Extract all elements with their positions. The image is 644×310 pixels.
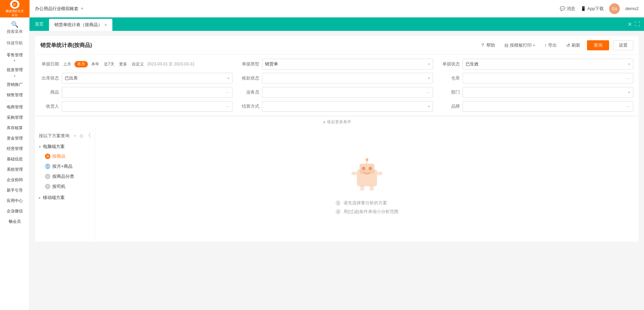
filter-out-status: 出库状态 已出库 ▾ <box>40 73 232 84</box>
scheme-item-label-3: 按商品分类 <box>52 173 74 179</box>
scheme-add-icon[interactable]: ＋ <box>73 133 77 139</box>
receipt-status-control[interactable]: ▾ <box>262 73 433 84</box>
logo-text: 畅捷通好生意 <box>6 9 24 13</box>
print-label: 按模板打印 <box>510 42 532 48</box>
payment-control[interactable]: ▾ <box>262 101 433 112</box>
print-btn[interactable]: ⊟ 按模板打印 ▾ <box>502 41 538 50</box>
sidebar-item-finance[interactable]: 资金管理 <box>0 133 29 143</box>
warehouse-control[interactable]: ··· <box>463 73 633 84</box>
quick-nav-btn[interactable]: 快捷导航 <box>0 38 29 48</box>
empty-icon <box>347 154 387 195</box>
doc-status-control[interactable]: 已生效 ▾ <box>463 59 633 69</box>
scheme-refresh-icon[interactable]: ⊙ <box>79 133 84 139</box>
recipient-label: 收货人 <box>40 103 59 109</box>
date-btn-this-year[interactable]: 本年 <box>90 61 101 67</box>
filter-receipt-status: 收款状态 ▾ <box>240 73 433 84</box>
sidebar-item-marketing[interactable]: 营销推广 <box>0 79 29 90</box>
divider2 <box>6 49 23 49</box>
goods-control[interactable]: ··· <box>62 87 232 98</box>
payment-arrow[interactable]: ▾ <box>428 104 430 109</box>
refresh-btn[interactable]: ↺ 刷新 <box>564 41 583 50</box>
print-icon: ⊟ <box>504 43 508 48</box>
scheme-collapse-icon[interactable]: 《 <box>86 132 91 139</box>
sales-person-dots[interactable]: ··· <box>426 90 430 95</box>
help-btn[interactable]: ？ 帮助 <box>478 41 498 50</box>
user-avatar[interactable]: Ea <box>609 3 620 14</box>
user-name[interactable]: demo2 <box>625 6 639 11</box>
tab-close-btn[interactable]: × <box>104 22 107 27</box>
tab-close-window-btn[interactable]: ✕ <box>628 21 632 28</box>
industry-name[interactable]: 办公用品行业模拟账套 <box>35 6 78 12</box>
warehouse-dots[interactable]: ··· <box>626 75 630 81</box>
search-menu-btn[interactable]: 🔍 搜索菜单 <box>0 17 29 37</box>
basic-label: 基础信息 <box>7 156 23 162</box>
doc-status-value: 已生效 <box>466 61 628 67</box>
sidebar-item-apps[interactable]: 应用中心 <box>0 195 29 206</box>
date-btn-custom[interactable]: 自定义 <box>130 61 145 67</box>
sidebar-item-operations[interactable]: 经营管理 <box>0 143 29 154</box>
goods-label: 商品 <box>40 89 59 95</box>
sidebar-item-inventory[interactable]: 库存核算 <box>0 122 29 133</box>
brand-control[interactable]: ··· <box>463 101 633 112</box>
app-download-btn[interactable]: 📱 App下载 <box>581 6 604 12</box>
scheme-group-pc-header[interactable]: ▾ 电脑端方案 <box>35 142 95 151</box>
doc-type-control[interactable]: 销货单 ▾ <box>262 59 433 69</box>
app-logo[interactable]: 好 畅捷通好生意 标版 <box>0 0 30 17</box>
header-right: 💬 消息 📱 App下载 Ea demo2 <box>560 3 639 14</box>
sidebar-item-wechat[interactable]: 企业微信 <box>0 206 29 216</box>
scheme-item-by-driver[interactable]: 司 按司机 <box>35 182 95 192</box>
sidebar-item-newbie[interactable]: 新手引导 <box>0 185 29 195</box>
scheme-item-label-4: 按司机 <box>52 184 65 190</box>
scheme-item-by-category[interactable]: 分 按商品分类 <box>35 171 95 182</box>
query-button[interactable]: 查询 <box>587 40 609 50</box>
industry-dropdown-icon[interactable]: ▾ <box>81 6 83 11</box>
logo-sub: 标版 <box>12 13 18 17</box>
recipient-control[interactable]: ··· <box>62 101 232 112</box>
tab-sales-report[interactable]: 销货单统计表（按商品） × <box>49 19 112 31</box>
scheme-item-by-goods[interactable]: 按 按商品 <box>35 151 95 161</box>
date-btn-this-month[interactable]: 本月 <box>74 61 88 67</box>
date-label: 单据日期 <box>40 61 59 67</box>
department-control[interactable]: ▾ <box>463 87 633 98</box>
out-status-control[interactable]: 已出库 ▾ <box>62 73 232 84</box>
tab-spacer <box>112 17 624 31</box>
message-btn[interactable]: 💬 消息 <box>560 6 575 12</box>
scheme-group-mobile-header[interactable]: ▸ 移动端方案 <box>35 193 95 202</box>
sidebar-item-system[interactable]: 系统管理 <box>0 164 29 174</box>
svg-point-5 <box>369 167 372 170</box>
tab-home[interactable]: 首页 <box>30 17 49 31</box>
goods-dots[interactable]: ··· <box>226 90 230 95</box>
department-arrow[interactable]: ▾ <box>628 90 630 95</box>
print-dropdown-icon[interactable]: ▾ <box>533 43 535 48</box>
recipient-dots[interactable]: ··· <box>226 104 230 109</box>
collapse-bar[interactable]: ∧ 收起更多条件 <box>35 116 639 127</box>
scheme-item-icon-2: 按月 <box>45 164 50 169</box>
sales-person-control[interactable]: ··· <box>262 87 433 98</box>
export-btn[interactable]: ↑ 导出 <box>542 41 559 50</box>
sidebar-item-wholesale[interactable]: 批发管理 ▴ <box>0 64 29 79</box>
doc-type-arrow[interactable]: ▾ <box>428 62 430 66</box>
sidebar-item-basic[interactable]: 基础信息 <box>0 154 29 164</box>
receipt-status-label: 收款状态 <box>240 75 259 81</box>
out-status-arrow[interactable]: ▾ <box>227 76 229 81</box>
sidebar-item-sales[interactable]: 销售管理 <box>0 90 29 100</box>
date-btn-7days[interactable]: 近7天 <box>103 61 116 67</box>
sidebar-item-retail[interactable]: 零售管理 ▾ <box>0 50 29 64</box>
receipt-status-arrow[interactable]: ▾ <box>428 76 430 81</box>
tab-maximize-btn[interactable]: ⛶ <box>635 21 640 27</box>
help-label: 帮助 <box>486 42 495 48</box>
brand-dots[interactable]: ··· <box>626 104 630 109</box>
collapse-label: 收起更多条件 <box>327 119 351 125</box>
sidebar-item-enterprise[interactable]: 企业协同 <box>0 174 29 185</box>
pc-group-label: 电脑端方案 <box>43 144 65 150</box>
logo-icon: 好 <box>10 0 19 9</box>
date-btn-more[interactable]: 更多 <box>118 61 128 67</box>
sidebar-item-ecommerce[interactable]: 电商管理 <box>0 102 29 112</box>
sidebar-item-member[interactable]: 畅会员 <box>0 216 29 226</box>
settings-button[interactable]: 设置 <box>613 40 633 50</box>
doc-status-arrow[interactable]: ▾ <box>628 62 630 66</box>
sidebar-item-purchase[interactable]: 采购管理 <box>0 112 29 122</box>
filter-doc-type: 单据类型 销货单 ▾ <box>240 59 433 69</box>
scheme-item-by-month-goods[interactable]: 按月 按月+商品 <box>35 161 95 171</box>
date-btn-last-month[interactable]: 上月 <box>62 61 72 67</box>
